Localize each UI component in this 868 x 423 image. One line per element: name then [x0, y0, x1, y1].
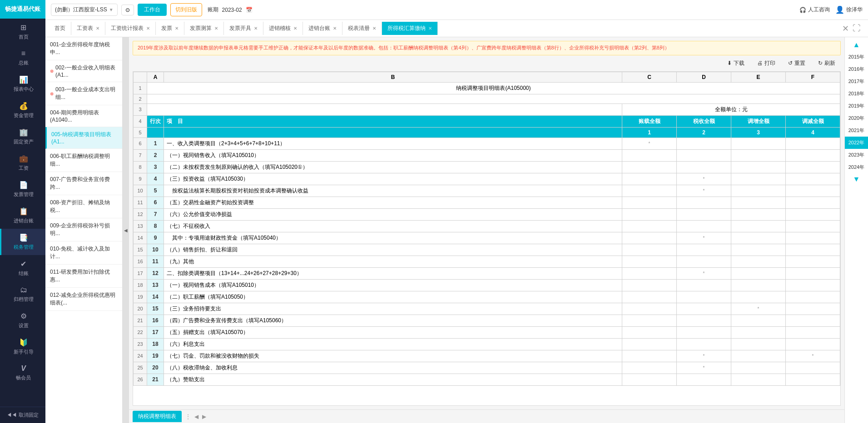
- tab-home[interactable]: 首页: [49, 22, 71, 35]
- main-content: 2019年度涉及取以前年度继续数据的申报表单元格需要手工维护正确，才能保证本年及…: [129, 37, 844, 423]
- sidebar-item-archive[interactable]: 🗂 归档管理: [0, 281, 45, 307]
- tab-close-icon[interactable]: ✕: [146, 26, 150, 31]
- sidebar-item-label: 税务管理: [14, 244, 34, 251]
- maximize-icon[interactable]: ⛶: [853, 24, 861, 33]
- print-button[interactable]: 🖨 打印: [754, 58, 779, 69]
- year-item-2018[interactable]: 2018年: [845, 88, 868, 100]
- year-item-2021[interactable]: 2021年: [845, 124, 868, 137]
- year-item-2023[interactable]: 2023年: [845, 149, 868, 161]
- reports-icon: 📊: [19, 75, 28, 84]
- tab-audit[interactable]: 进销稽核 ✕: [263, 22, 303, 35]
- sidebar-item-label: 总账: [19, 59, 29, 66]
- left-panel-item-008[interactable]: 008-资产折旧、摊销及纳税...: [45, 195, 122, 218]
- sidebar-item-invoice[interactable]: 📄 发票管理: [0, 176, 45, 202]
- year-item-2019[interactable]: 2019年: [845, 100, 868, 112]
- table-row: 26 21 （九）赞助支出: [134, 374, 840, 385]
- old-version-button[interactable]: 切到旧版: [170, 3, 202, 16]
- left-panel-item-006[interactable]: 006-职工薪酬纳税调整明细...: [45, 149, 122, 172]
- scroll-right-icon[interactable]: ▶: [202, 413, 206, 420]
- sidebar-item-close[interactable]: ✔ 结账: [0, 255, 45, 281]
- bottom-tab-item[interactable]: 纳税调整明细表: [133, 411, 182, 422]
- reset-icon: ↺: [788, 60, 793, 66]
- tab-payroll-report[interactable]: 工资统计报表 ✕: [105, 22, 156, 35]
- copy-button[interactable]: ⊙: [121, 5, 134, 15]
- table-row: 10 5 按权益法核算长期股权投资对初始投资成本调整确认收益 *: [134, 185, 840, 197]
- bottom-bar: 纳税调整明细表 ⋮ ◀ ▶: [129, 409, 844, 423]
- year-item-2024[interactable]: 2024年: [845, 161, 868, 173]
- sidebar-item-label: 归档管理: [14, 296, 34, 303]
- scroll-left-icon[interactable]: ◀: [194, 413, 198, 420]
- user-menu[interactable]: 👤 徐泽华: [835, 5, 863, 14]
- tab-income-tax[interactable]: 所得税汇算缴纳 ✕: [382, 22, 438, 35]
- year-panel: ▲ 2015年 2016年 2017年 2018年 2019年 2020年 20…: [844, 37, 868, 423]
- table-row: 1 纳税调整项目明细表(A105000): [134, 82, 840, 94]
- left-panel-item-009[interactable]: 009-企业所得税弥补亏损明...: [45, 218, 122, 241]
- sidebar-item-label: 固定资产: [14, 138, 34, 145]
- notice-bar: 2019年度涉及取以前年度继续数据的申报表单元格需要手工维护正确，才能保证本年及…: [133, 41, 841, 55]
- left-panel-item-002[interactable]: ⊗ 002-一般企业收入明细表(A1...: [45, 60, 122, 82]
- sidebar-item-finance[interactable]: 💰 资金管理: [0, 97, 45, 123]
- table-row: 3 全额单位：元: [134, 103, 840, 115]
- tab-close-icon[interactable]: ✕: [333, 26, 337, 31]
- service-button[interactable]: 🎧 人工咨询: [799, 6, 830, 14]
- sidebar-item-vip[interactable]: V 畅会员: [0, 360, 45, 386]
- year-item-2015[interactable]: 2015年: [845, 51, 868, 63]
- tab-tax-forms[interactable]: 税表清册 ✕: [342, 22, 382, 35]
- left-panel: 001-企业所得税年度纳税申... ⊗ 002-一般企业收入明细表(A1... …: [45, 37, 123, 423]
- left-panel-item-012[interactable]: 012-减免企业所得税优惠明细表(...: [45, 288, 122, 311]
- year-down-icon[interactable]: ▼: [851, 173, 862, 185]
- sidebar-item-guide[interactable]: 🔰 新手引导: [0, 334, 45, 360]
- table-row: 12 7 （六）公允价值变动净损益: [134, 208, 840, 220]
- calendar-icon[interactable]: 📅: [246, 7, 253, 13]
- col-b-header: B: [164, 72, 622, 82]
- left-panel-item-010[interactable]: 010-免税、减计收入及加计...: [45, 241, 122, 265]
- tabbar: 首页 工资表 ✕ 工资统计报表 ✕ 发票 ✕ 发票测算 ✕ 发票开具 ✕ 进销稽…: [45, 20, 868, 37]
- left-panel-item-004[interactable]: 004-期间费用明细表(A1040...: [45, 105, 122, 127]
- left-panel-item-003[interactable]: ⊗ 003-一般企业成本支出明细...: [45, 82, 122, 105]
- year-item-2020[interactable]: 2020年: [845, 112, 868, 124]
- tab-close-icon[interactable]: ✕: [293, 26, 297, 31]
- sidebar-pin-toggle[interactable]: ◀◀ 取消固定: [0, 407, 45, 423]
- sidebar-item-tax[interactable]: 📑 税务管理: [0, 229, 45, 255]
- year-item-2016[interactable]: 2016年: [845, 63, 868, 75]
- left-panel-item-001[interactable]: 001-企业所得税年度纳税申...: [45, 37, 122, 60]
- reset-button[interactable]: ↺ 重置: [784, 58, 809, 69]
- left-panel-item-005[interactable]: 005-纳税调整项目明细表(A1...: [45, 127, 122, 149]
- invoice-icon: 📄: [19, 181, 28, 189]
- tab-sales-ledger[interactable]: 进销台账 ✕: [303, 22, 342, 35]
- tab-payroll[interactable]: 工资表 ✕: [71, 22, 105, 35]
- tab-close-icon[interactable]: ✕: [372, 26, 376, 31]
- tab-invoice[interactable]: 发票 ✕: [156, 22, 184, 35]
- year-up-icon[interactable]: ▲: [851, 39, 862, 51]
- year-item-2022[interactable]: 2022年: [845, 137, 868, 149]
- refresh-icon: ↻: [818, 60, 823, 66]
- tab-close-icon[interactable]: ✕: [96, 26, 99, 31]
- year-item-2017[interactable]: 2017年: [845, 75, 868, 88]
- user-avatar-icon: 👤: [835, 5, 844, 14]
- table-container[interactable]: A B C D E F 1 纳税调: [133, 71, 841, 406]
- company-selector[interactable]: (勿删）江西股室-LSS ▼: [51, 4, 118, 16]
- sidebar-item-ledger[interactable]: ≡ 总账: [0, 45, 45, 71]
- workbench-button[interactable]: 工作台: [138, 4, 167, 16]
- tab-invoice-calc[interactable]: 发票测算 ✕: [184, 22, 224, 35]
- table-row: 13 8 （七）不征税收入: [134, 220, 840, 232]
- tab-close-icon[interactable]: ✕: [175, 26, 179, 31]
- table-row: 2: [134, 94, 840, 103]
- refresh-button[interactable]: ↻ 刷新: [814, 58, 839, 69]
- sidebar-item-settings[interactable]: ⚙ 设置: [0, 307, 45, 334]
- tab-close-icon[interactable]: ✕: [214, 26, 218, 31]
- panel-collapse-button[interactable]: ◀: [123, 37, 129, 423]
- download-button[interactable]: ⬇ 下载: [724, 58, 748, 69]
- sidebar-item-assets[interactable]: 🏢 固定资产: [0, 123, 45, 150]
- sidebar-item-home[interactable]: ⊞ 首页: [0, 19, 45, 45]
- tab-close-icon[interactable]: ✕: [428, 26, 432, 31]
- settings-icon: ⚙: [20, 312, 27, 320]
- sidebar-item-payroll[interactable]: 💼 工资: [0, 150, 45, 176]
- tab-close-icon[interactable]: ✕: [254, 26, 258, 31]
- close-all-icon[interactable]: ✕: [842, 24, 849, 34]
- sidebar-item-sales[interactable]: 📋 进销台账: [0, 202, 45, 229]
- sidebar-item-reports[interactable]: 📊 报表中心: [0, 71, 45, 97]
- left-panel-item-011[interactable]: 011-研发费用加计扣除优惠...: [45, 265, 122, 288]
- tab-invoice-issue[interactable]: 发票开具 ✕: [224, 22, 263, 35]
- left-panel-item-007[interactable]: 007-广告费和业务宣传费跨...: [45, 172, 122, 195]
